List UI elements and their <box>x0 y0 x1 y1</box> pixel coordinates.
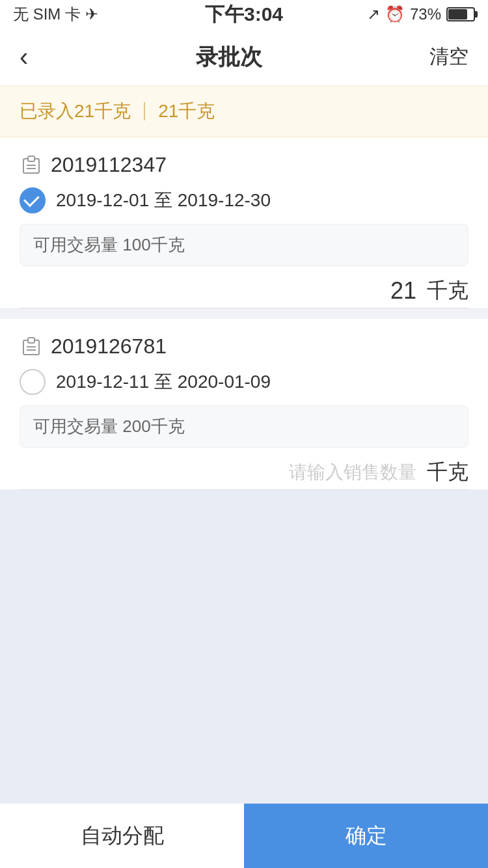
status-left: 无 SIM 卡 ✈ <box>13 4 98 25</box>
batch-header-1: 2019112347 <box>20 153 468 177</box>
batch-date-1: 2019-12-01 至 2019-12-30 <box>56 188 271 213</box>
qty-wrapper-1: 21 千克 <box>0 266 488 308</box>
qty-value-1: 21 <box>390 277 416 305</box>
content-area: 已录入21千克 21千克 2019112347 2019-12-01 至 201… <box>0 86 488 868</box>
battery-icon <box>446 7 475 21</box>
batch-item-1: 2019112347 2019-12-01 至 2019-12-30 可用交易量… <box>0 137 488 266</box>
svg-rect-5 <box>28 338 34 343</box>
batch-header-2: 2019126781 <box>20 334 468 359</box>
back-button[interactable]: ‹ <box>20 42 28 72</box>
svg-rect-1 <box>28 156 34 161</box>
available-qty-2: 可用交易量 200千克 <box>20 405 468 448</box>
blank-area <box>0 490 488 854</box>
sim-status: 无 SIM 卡 ✈ <box>13 4 98 25</box>
summary-banner: 已录入21千克 21千克 <box>0 86 488 137</box>
page-title: 录批次 <box>196 42 262 72</box>
qty-wrapper-2: 请输入销售数量 千克 <box>0 448 488 489</box>
batch-id-1: 2019112347 <box>51 153 167 177</box>
available-qty-1: 可用交易量 100千克 <box>20 224 468 266</box>
battery-percent: 73% <box>410 5 441 23</box>
status-right: ↗ ⏰ 73% <box>367 5 475 23</box>
batch-icon-1 <box>20 154 43 177</box>
confirm-button[interactable]: 确定 <box>244 804 488 868</box>
batch-date-row-1[interactable]: 2019-12-01 至 2019-12-30 <box>20 187 468 213</box>
qty-unit-2: 千克 <box>427 458 468 487</box>
summary-value: 21千克 <box>158 99 215 124</box>
auto-distribute-button[interactable]: 自动分配 <box>0 804 244 868</box>
batch-id-2: 2019126781 <box>51 334 167 359</box>
radio-2[interactable] <box>20 369 46 395</box>
bottom-bar: 自动分配 确定 <box>0 803 488 868</box>
batch-item-2: 2019126781 2019-12-11 至 2020-01-09 可用交易量… <box>0 319 488 448</box>
clear-button[interactable]: 清空 <box>429 44 468 70</box>
section-separator <box>0 308 488 319</box>
radio-1[interactable] <box>20 187 46 213</box>
batch-date-row-2[interactable]: 2019-12-11 至 2020-01-09 <box>20 369 468 395</box>
qty-placeholder-2: 请输入销售数量 <box>20 460 416 485</box>
alarm-icon: ⏰ <box>385 5 405 23</box>
qty-unit-1: 千克 <box>427 277 468 305</box>
summary-label: 已录入21千克 <box>20 99 131 124</box>
nav-bar: ‹ 录批次 清空 <box>0 29 488 86</box>
summary-divider <box>144 102 145 120</box>
status-time: 下午3:04 <box>205 1 283 28</box>
batch-icon-2 <box>20 335 43 359</box>
status-bar: 无 SIM 卡 ✈ 下午3:04 ↗ ⏰ 73% <box>0 0 488 29</box>
batch-date-2: 2019-12-11 至 2020-01-09 <box>56 370 271 394</box>
location-icon: ↗ <box>367 5 380 23</box>
